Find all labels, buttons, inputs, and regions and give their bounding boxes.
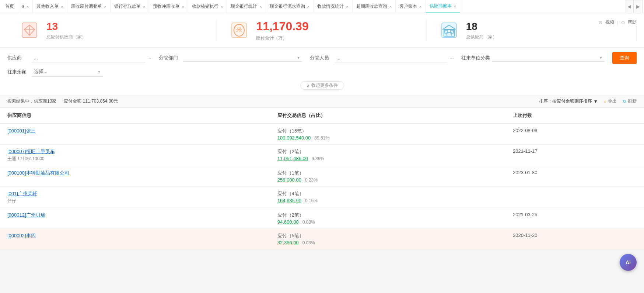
transaction-label: 应付（2笔） [277,212,498,218]
table-row: [000002]李四应付（5笔）32,366.000.03%2020-11-20 [0,229,644,249]
close-icon-bank-deposit[interactable]: × [143,4,145,9]
refresh-button[interactable]: ↻ 刷新 [623,98,637,104]
nav-tab-overdue-ar[interactable]: 超期应收款查询× [353,0,396,13]
close-icon-pre-collect[interactable]: × [182,4,184,9]
card1-svg-icon [19,20,40,41]
summary-card-suppliers-payable: 13 总应付供应商（家） [7,19,217,41]
supplier-link[interactable]: [000100]本特勤油品有限公司 [7,170,69,176]
transaction-amount[interactable]: 258,000.00 [277,177,301,183]
category-arrow-icon: ▼ [599,56,603,60]
help-link[interactable]: 帮助 [628,19,637,25]
nav-tab-cash-bank-stat[interactable]: 现金银行统计× [227,0,266,13]
dept-select[interactable]: ▼ [183,54,303,62]
nav-tab-ar-ap-adjust[interactable]: 应收应付调整单× [67,0,111,13]
close-icon-supplier-ledger[interactable]: × [454,4,456,8]
last-payment-date: 2021-11-17 [513,148,538,154]
nav-tab-supplier-ledger[interactable]: 供应商账本× [426,0,460,13]
transaction-amount[interactable]: 11,051,486.00 [277,156,308,161]
transaction-amount[interactable]: 94,600.00 [277,219,299,225]
top-navigation: 首页3×其他收入单×应收应付调整单×银行存取款单×预收冲应收单×收款核销执行×现… [0,0,644,13]
svg-text:米: 米 [236,27,242,33]
supplier-info-cell: [000012]广州贝瑞 [0,208,270,229]
nav-tab-bank-deposit[interactable]: 银行存取款单× [111,0,149,13]
person-label: 分管人员 [310,55,332,61]
transaction-amount[interactable]: 32,366.00 [277,240,299,245]
person-input[interactable] [334,54,448,62]
close-icon-overdue-ar[interactable]: × [389,4,392,9]
result-amount: 应付金额 111,703,854.00元 [64,98,118,104]
nav-tab-tab3[interactable]: 3× [18,0,33,13]
export-button[interactable]: ○ 导出 [604,98,617,104]
collapse-bar: ∧ 收起更多条件 [7,80,637,92]
nav-next-arrow[interactable]: ▶ [634,0,643,13]
supplier-info-cell: [000007]恒旺二手叉车王通 17106110000 [0,145,270,166]
category-select[interactable]: ▼ [492,54,605,62]
nav-prev-arrow[interactable]: ◀ [625,0,634,13]
transaction-info-cell: 应付（1笔）258,000.000.23% [270,166,505,187]
top-right-links: ⊙ 视频 | ⊙ 帮助 [599,19,637,25]
transaction-amount-row: 11,051,486.009.89% [277,156,498,161]
supplier-link[interactable]: [001]广州荣轩 [7,191,37,196]
result-left: 搜索结果中，供应商13家 应付金额 111,703,854.00元 [7,98,118,104]
nav-tab-collection-verify[interactable]: 收款核销执行× [188,0,227,13]
supplier-link[interactable]: [000007]恒旺二手叉车 [7,149,55,154]
transaction-amount[interactable]: 164,635.90 [277,198,301,203]
close-icon-ar-ap-adjust[interactable]: × [104,4,106,9]
last-payment-cell [505,187,644,208]
supplier-link[interactable]: [000001]张三 [7,128,36,134]
transaction-info-cell: 应付（5笔）32,366.000.03% [270,229,505,249]
close-icon-tab3[interactable]: × [27,4,29,9]
close-icon-cash-flow-query[interactable]: × [307,4,309,9]
dept-label: 分管部门 [159,55,181,61]
nav-tab-cash-flow-query[interactable]: 现金银行流水查询× [266,0,314,13]
supplier-info-cell: [000002]李四 [0,229,270,249]
summary-info-total: 11,170.39 应付合计（万） [256,19,308,41]
supplier-info-cell: [001]广州荣轩仔仔 [0,187,270,208]
divider: | [617,20,618,25]
total-supplier-count: 18 [466,20,497,33]
nav-tab-collection-stat[interactable]: 收款情况统计× [314,0,352,13]
query-button[interactable]: 查询 [612,52,637,64]
transaction-percent: 0.23% [305,177,318,183]
table-row: [000100]本特勤油品有限公司应付（1笔）258,000.000.23%20… [0,166,644,187]
transaction-amount[interactable]: 100,092,540.00 [277,135,311,141]
collapse-button-label: 收起更多条件 [311,82,338,89]
close-icon-cash-bank-stat[interactable]: × [259,4,262,9]
card3-svg-icon [439,20,459,41]
transaction-percent: 0.03% [302,240,315,245]
transaction-amount-row: 100,092,540.0089.61% [277,135,498,141]
close-icon-collection-verify[interactable]: × [221,4,223,9]
last-payment-date: 2021-03-25 [513,212,538,217]
nav-tab-customer-ledger[interactable]: 客户账本× [396,0,426,13]
export-icon: ○ [604,99,606,104]
nav-tab-other-income[interactable]: 其他收入单× [33,0,67,13]
transaction-percent: 0.08% [302,220,315,225]
transaction-label: 应付（2笔） [277,148,498,155]
video-link[interactable]: 视频 [605,19,614,25]
supplier-link[interactable]: [000012]广州贝瑞 [7,212,45,218]
result-supplier-count: 搜索结果中，供应商13家 [7,98,56,104]
payable-total-number: 11,170.39 [256,19,308,33]
supplier-dots: ··· [147,55,151,61]
close-icon-other-income[interactable]: × [61,4,63,9]
supplier-input[interactable] [32,54,145,62]
nav-tab-pre-collect[interactable]: 预收冲应收单× [149,0,188,13]
nav-tab-home[interactable]: 首页 [1,0,18,13]
last-payment-cell: 2021-11-17 [505,145,644,166]
summary-bar: 13 总应付供应商（家） 米 11,170.39 应付合计（万） [0,13,644,48]
supplier-label: 供应商 [7,55,29,61]
transaction-label: 应付（15笔） [277,128,498,134]
supplier-link[interactable]: [000002]李四 [7,233,36,238]
col-supplier-info: 供应商信息 [0,108,270,124]
transaction-amount-row: 258,000.000.23% [277,177,498,183]
suppliers-payable-icon [18,19,41,41]
transaction-percent: 9.89% [312,156,324,161]
sort-select[interactable]: 排序：按应付余额倒序排序 ▼ [539,98,598,104]
balance-select[interactable]: 选择... ▼ [32,67,103,77]
close-icon-customer-ledger[interactable]: × [419,4,421,9]
transaction-amount-row: 32,366.000.03% [277,240,498,245]
total-suppliers-icon [438,19,460,41]
collapse-button[interactable]: ∧ 收起更多条件 [300,81,344,90]
balance-value: 选择... [34,68,48,75]
close-icon-collection-stat[interactable]: × [346,4,348,9]
